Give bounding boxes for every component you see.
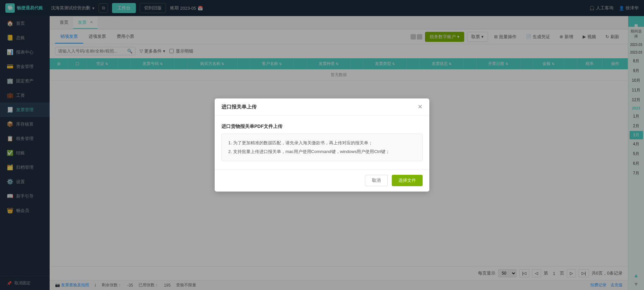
modal-title: 进口报关单上传 — [221, 104, 257, 110]
cancel-button[interactable]: 取消 — [365, 175, 388, 186]
modal-header: 进口报关单上传 ✕ — [215, 98, 429, 116]
modal-body: 进口货物报关单PDF文件上传 为了更加精准的数据匹配，请先录入海关缴款书，再上传… — [215, 116, 429, 169]
instruction-1: 为了更加精准的数据匹配，请先录入海关缴款书，再上传对应的报关单； — [233, 139, 417, 147]
instruction-2: 支持批量上传进口报关单，mac用户使用Command键，windows用户使用C… — [233, 147, 417, 156]
import-modal: 进口报关单上传 ✕ 进口货物报关单PDF文件上传 为了更加精准的数据匹配，请先录… — [215, 98, 429, 192]
modal-section-title: 进口货物报关单PDF文件上传 — [221, 124, 423, 130]
modal-close-button[interactable]: ✕ — [418, 103, 423, 111]
modal-footer: 取消 选择文件 — [215, 169, 429, 192]
select-file-button[interactable]: 选择文件 — [392, 175, 423, 186]
modal-info-box: 为了更加精准的数据匹配，请先录入海关缴款书，再上传对应的报关单； 支持批量上传进… — [221, 134, 423, 161]
modal-overlay[interactable]: 进口报关单上传 ✕ 进口货物报关单PDF文件上传 为了更加精准的数据匹配，请先录… — [0, 0, 644, 290]
